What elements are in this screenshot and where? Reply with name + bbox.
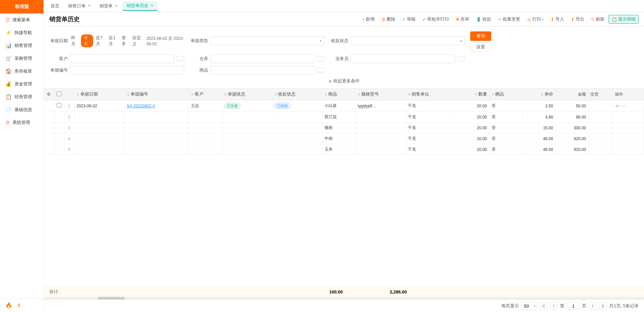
tab-sales-history-close[interactable]: ✕ bbox=[150, 3, 153, 8]
audit-print-label: 审核并打印 bbox=[427, 16, 449, 22]
action-more-0[interactable]: ⋯ bbox=[621, 103, 626, 109]
th-docno[interactable]: ⇅单据编号 bbox=[124, 88, 189, 100]
tab-sales-delivery[interactable]: 销货单 ✕ bbox=[95, 1, 122, 11]
abandon-button[interactable]: ✖ 弃审 bbox=[453, 15, 472, 23]
th-docdate[interactable]: ⇅单据日期 bbox=[74, 88, 124, 100]
cell-spec-4 bbox=[356, 144, 406, 155]
tab-sales-delivery-close[interactable]: ✕ bbox=[115, 4, 118, 8]
import-button[interactable]: ⬆ 导入 bbox=[548, 15, 567, 23]
th-spec[interactable]: ⇅规格型号 bbox=[356, 88, 406, 100]
tab-sales-history[interactable]: 销货单历史 ✕ bbox=[122, 1, 158, 11]
sidebar-item-search-menu[interactable]: ☰ 搜索菜单 bbox=[0, 14, 44, 26]
cell-spec-3 bbox=[356, 133, 406, 144]
refresh-button[interactable]: ↻ 刷新 bbox=[588, 15, 607, 23]
th-salesunit[interactable]: ⇅销售单位 bbox=[406, 88, 456, 100]
th-gift[interactable]: ⇅赠品 bbox=[489, 88, 522, 100]
cell-docdate-4 bbox=[74, 144, 124, 155]
doc-no-link-0[interactable]: SA-20230602-0 bbox=[127, 104, 155, 108]
warehouse-ellipsis[interactable]: ... bbox=[317, 56, 325, 61]
batch-change-label: 批量变更 bbox=[503, 16, 520, 22]
collect-button[interactable]: 💲 收款 bbox=[473, 15, 494, 23]
cell-salesunit-4: 千克 bbox=[406, 144, 456, 155]
sidebar-item-purchase-mgmt[interactable]: 🛒 采购管理 bbox=[0, 52, 44, 65]
cell-product-1: 西兰花 bbox=[323, 112, 356, 123]
date-range-text: 2023-06-02 至 2023-06-02 bbox=[146, 36, 184, 46]
cell-actions-4 bbox=[613, 144, 644, 155]
batch-change-button[interactable]: ✏ 批量变更 bbox=[495, 15, 523, 23]
tab-sales-order[interactable]: 销售订单 ✕ bbox=[64, 1, 95, 11]
cell-paymentstatus-1 bbox=[272, 112, 323, 123]
per-page-select[interactable]: 50 100 200 bbox=[522, 302, 537, 310]
filter-row-1: 单据日期 昨天 今天 近7天 近1月 更多 自定义 2023-06-02 至 2… bbox=[49, 30, 639, 52]
collapse-button[interactable]: ∧ 收起更多条件 bbox=[49, 77, 639, 85]
select-all-checkbox[interactable] bbox=[57, 92, 61, 96]
payment-label: 收款状态 bbox=[330, 38, 348, 44]
row-checkbox-0[interactable] bbox=[57, 103, 61, 108]
audit-button[interactable]: ✔ 审核 bbox=[399, 15, 418, 23]
docno-input[interactable] bbox=[70, 66, 184, 75]
th-product[interactable]: ⇅商品 bbox=[323, 88, 356, 100]
cell-amount-1: 96.00 bbox=[555, 112, 588, 123]
print-dropdown-icon: ▾ bbox=[542, 18, 544, 21]
audit-print-button[interactable]: ✔ 审核并打印 bbox=[420, 15, 452, 23]
salesperson-ellipsis[interactable]: ... bbox=[457, 56, 465, 61]
add-button[interactable]: + 新增 bbox=[359, 15, 377, 23]
date-tag-7days[interactable]: 近7天 bbox=[94, 34, 106, 47]
sidebar-fire-icon[interactable]: 🔥 bbox=[5, 302, 12, 309]
product-input[interactable] bbox=[210, 66, 315, 75]
payment-select[interactable] bbox=[351, 36, 465, 45]
salesperson-input[interactable] bbox=[351, 54, 455, 63]
cell-amount-3: 920.00 bbox=[555, 133, 588, 144]
date-label: 单据日期 bbox=[49, 38, 68, 44]
sidebar-item-sys-mgmt[interactable]: ⚙ 系统管理 bbox=[0, 116, 44, 129]
date-tag-yesterday[interactable]: 昨天 bbox=[70, 34, 80, 47]
cell-docno-0[interactable]: SA-20230602-0 bbox=[124, 100, 189, 112]
date-tag-1month[interactable]: 近1月 bbox=[107, 34, 119, 47]
last-page-button[interactable]: ⟩⟩ bbox=[599, 302, 607, 310]
next-page-button[interactable]: ⟩ bbox=[589, 302, 596, 310]
date-tag-today[interactable]: 今天 bbox=[81, 34, 93, 47]
warehouse-input[interactable] bbox=[210, 54, 315, 63]
page-number-input[interactable] bbox=[567, 302, 579, 310]
customer-input[interactable] bbox=[70, 54, 174, 63]
cell-gear-2 bbox=[44, 123, 54, 133]
sidebar-item-inventory[interactable]: 🏠 库存核算 bbox=[0, 65, 44, 78]
sidebar-pause-icon[interactable]: ⏸ bbox=[16, 303, 22, 309]
scrollbar-area[interactable] bbox=[44, 297, 644, 300]
tab-sales-order-close[interactable]: ✕ bbox=[88, 4, 91, 8]
product-ellipsis[interactable]: ... bbox=[317, 68, 325, 73]
date-tag-custom[interactable]: 自定义 bbox=[131, 34, 144, 47]
show-details-button[interactable]: 📋 显示明细 bbox=[609, 15, 639, 24]
action-edit-0[interactable]: ✏ bbox=[616, 103, 620, 109]
doctype-select[interactable] bbox=[210, 36, 325, 45]
cell-transaction-1 bbox=[588, 112, 613, 123]
customer-ellipsis[interactable]: ... bbox=[176, 56, 184, 61]
th-customer[interactable]: ⇅客户 bbox=[189, 88, 222, 100]
sidebar-item-label-search: 搜索菜单 bbox=[12, 17, 30, 23]
query-button[interactable]: 查询 bbox=[470, 31, 491, 41]
main-area: 首页 销售订单 ✕ 销货单 ✕ 销货单历史 ✕ 销货单历史 + 新增 🗑 bbox=[44, 0, 644, 312]
sidebar-item-ops-mgmt[interactable]: 📋 经营管理 bbox=[0, 90, 44, 103]
th-unitprice[interactable]: ⇅单价 bbox=[522, 88, 555, 100]
prev-page-button[interactable]: ⟨ bbox=[550, 302, 557, 310]
page-label: 第 bbox=[560, 303, 564, 309]
sidebar-item-base-info[interactable]: 📄 基础信息 bbox=[0, 103, 44, 116]
export-button[interactable]: ⬇ 导出 bbox=[568, 15, 587, 23]
sidebar-item-quick-nav[interactable]: ⚡ 快捷导航 bbox=[0, 26, 44, 39]
tab-home[interactable]: 首页 bbox=[47, 1, 63, 11]
th-gear[interactable]: ⚙ bbox=[44, 88, 54, 100]
sidebar-item-finance[interactable]: 💰 资金管理 bbox=[0, 78, 44, 90]
scrollbar-thumb[interactable] bbox=[98, 297, 125, 300]
sidebar-item-sales-mgmt[interactable]: 📊 销售管理 bbox=[0, 39, 44, 52]
sort-paymentstatus-icon: ⇅ bbox=[274, 93, 277, 96]
sidebar-item-label-inventory: 库存核算 bbox=[15, 68, 32, 74]
th-quantity[interactable]: ⇅数量 bbox=[456, 88, 489, 100]
print-button[interactable]: 🖨 打印 ▾ bbox=[524, 15, 547, 23]
audit-label: 审核 bbox=[407, 16, 416, 22]
th-paymentstatus[interactable]: ⇅收款状态 bbox=[272, 88, 323, 100]
delete-button[interactable]: 🗑 删除 bbox=[379, 15, 398, 23]
first-page-button[interactable]: ⟨⟨ bbox=[540, 302, 547, 310]
th-docstatus[interactable]: ⇅单据状态 bbox=[222, 88, 272, 100]
setting-button[interactable]: 设置 bbox=[470, 42, 491, 52]
date-tag-more[interactable]: 更多 bbox=[120, 35, 130, 47]
